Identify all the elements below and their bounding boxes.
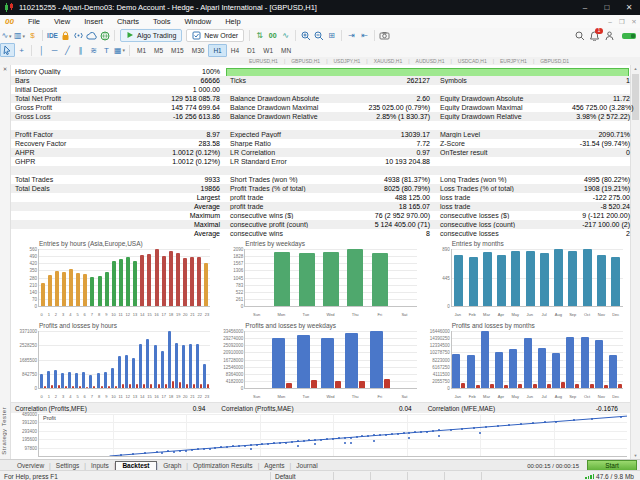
fibonacci-icon[interactable]: ≋: [87, 44, 100, 56]
timeframe-h1[interactable]: H1: [208, 44, 226, 57]
tick-chart-icon[interactable]: ∿: [279, 30, 292, 42]
camera-icon[interactable]: [378, 30, 391, 42]
panel-close-icon[interactable]: ✕: [0, 66, 10, 72]
timeframe-m30[interactable]: M30: [188, 45, 209, 56]
chart-shift-icon[interactable]: ⇥: [345, 30, 358, 42]
tester-tab-backtest[interactable]: Backtest: [115, 461, 156, 471]
tester-tab-inputs[interactable]: Inputs: [86, 462, 114, 469]
trendline-icon[interactable]: ╱: [61, 44, 74, 56]
minimize-button[interactable]: –: [574, 3, 596, 12]
tester-tab-settings[interactable]: Settings: [51, 462, 85, 469]
bar: [155, 249, 159, 306]
ide-button[interactable]: IDE: [46, 30, 59, 42]
bar: [204, 263, 208, 306]
bar-group: [469, 249, 478, 306]
profit-bar: [467, 355, 475, 388]
mdi-restore-icon[interactable]: ❐: [616, 18, 628, 26]
timeframe-m5[interactable]: M5: [150, 45, 167, 56]
mini-chart-2: Entries by months8904450JanFebMarAprMayJ…: [424, 238, 630, 320]
menu-view[interactable]: View: [47, 17, 77, 26]
x-tick-label: 17: [160, 394, 167, 399]
crosshair-icon[interactable]: +: [15, 44, 28, 56]
scrollbar-thumb[interactable]: [632, 74, 639, 120]
report-value: 9 (-121 200.00): [572, 212, 630, 219]
chart-tab[interactable]: USDCAD,H1: [452, 58, 493, 64]
loss-bar: [590, 384, 594, 388]
timeframe-h4[interactable]: H4: [227, 45, 243, 56]
mdi-minimize-icon[interactable]: –: [604, 18, 616, 26]
chart-tab[interactable]: XAUUSD,H1: [368, 58, 409, 64]
menu-insert[interactable]: Insert: [77, 17, 110, 26]
notifications-bell-icon[interactable]: 1: [590, 31, 599, 41]
broadcast-icon[interactable]: [72, 30, 85, 42]
menu-charts[interactable]: Charts: [110, 17, 146, 26]
scroll-up-icon[interactable]: ▲: [631, 66, 640, 71]
chart-tab[interactable]: EURUSD,H1: [243, 58, 284, 64]
y-tick-label: 280: [29, 275, 37, 280]
menu-window[interactable]: Window: [178, 17, 219, 26]
bar-group: [248, 331, 268, 388]
x-tick-label: Fri: [367, 312, 392, 317]
tester-tab-agents[interactable]: Agents: [259, 462, 289, 469]
scroll-down-icon[interactable]: ▼: [631, 453, 640, 458]
updown-arrows-icon[interactable]: ⇅: [253, 30, 266, 42]
timeframe-w1[interactable]: W1: [259, 45, 277, 56]
globe-icon[interactable]: [98, 30, 111, 42]
vertical-scrollbar[interactable]: ▲ ▼: [630, 65, 640, 459]
profile-name[interactable]: Default: [271, 473, 333, 480]
report-label: Z-Score: [436, 140, 572, 147]
x-tick-label: Aug: [551, 312, 565, 317]
cursor-icon[interactable]: [0, 43, 15, 57]
auto-scroll-icon[interactable]: ⇤: [358, 30, 371, 42]
zoom-in-icon[interactable]: [299, 30, 312, 42]
x-tick-label: Thu: [343, 394, 368, 399]
menu-file[interactable]: File: [21, 17, 47, 26]
market-depth-button[interactable]: 00: [266, 30, 279, 42]
mdi-close-icon[interactable]: ✕: [628, 18, 640, 26]
text-tool-icon[interactable]: T: [100, 44, 113, 56]
bar: [90, 277, 94, 306]
cloud-icon[interactable]: [85, 30, 98, 42]
lock-icon[interactable]: [59, 30, 72, 42]
search-icon[interactable]: [573, 30, 586, 42]
tester-tab-journal[interactable]: Journal: [291, 462, 322, 469]
zoom-out-icon[interactable]: [312, 30, 325, 42]
chart-tab[interactable]: GBPUSD,H1: [285, 58, 326, 64]
menu-help[interactable]: Help: [218, 17, 247, 26]
bar-group: [540, 249, 549, 306]
horizontal-line-icon[interactable]: ─: [48, 44, 61, 56]
report-value: 1 000.00: [158, 86, 220, 93]
channel-icon[interactable]: ∥: [74, 44, 87, 56]
dollar-icon[interactable]: $: [26, 30, 39, 42]
line-chart-icon[interactable]: ∿▾: [0, 30, 13, 42]
algo-trading-button[interactable]: Algo Trading: [120, 29, 182, 42]
tester-tab-optimization-results[interactable]: Optimization Results: [188, 462, 258, 469]
tester-tab-overview[interactable]: Overview: [12, 462, 49, 469]
menu-tools[interactable]: Tools: [146, 17, 178, 26]
tile-windows-icon[interactable]: ⊞: [325, 30, 338, 42]
maximize-button[interactable]: □: [596, 3, 618, 12]
candle-chart-icon[interactable]: ▥▾: [13, 30, 26, 42]
report-value: 2: [572, 230, 630, 237]
y-tick-label: 29274000: [223, 336, 243, 341]
objects-icon[interactable]: ▦▾: [113, 44, 126, 56]
timeframe-d1[interactable]: D1: [243, 45, 259, 56]
report-label: Margin Level: [436, 131, 572, 138]
timeframe-m15[interactable]: M15: [167, 45, 188, 56]
chart-tab[interactable]: EURJPY,H1: [494, 58, 533, 64]
tester-tab-graph[interactable]: Graph: [158, 462, 186, 469]
chart-tab[interactable]: AUDUSD,H1: [410, 58, 451, 64]
bar: [176, 253, 180, 306]
report-value: 2.85% (1 830.37): [368, 113, 430, 120]
chart-tab[interactable]: USDJPY,H1: [327, 58, 366, 64]
timeframe-m1[interactable]: M1: [133, 45, 150, 56]
community-person-icon[interactable]: [603, 30, 616, 42]
new-order-button[interactable]: New Order: [186, 29, 244, 42]
vertical-line-icon[interactable]: │: [35, 44, 48, 56]
y-tick-label: 97800: [24, 445, 37, 450]
timeframe-mn[interactable]: MN: [277, 45, 295, 56]
profit-bar: [538, 348, 546, 388]
chart-tab[interactable]: GBPUSD,D1: [534, 58, 575, 64]
x-tick-label: Sun: [244, 394, 269, 399]
close-button[interactable]: ✕: [618, 3, 640, 12]
